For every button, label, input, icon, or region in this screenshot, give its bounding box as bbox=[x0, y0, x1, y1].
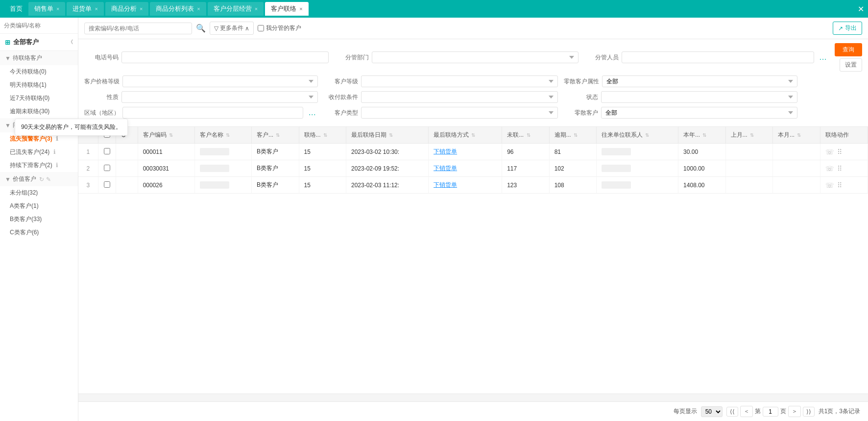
gender-select[interactable] bbox=[121, 91, 318, 103]
cell-last-method[interactable]: 下销货单 bbox=[429, 144, 502, 160]
region-more-btn[interactable]: … bbox=[306, 108, 318, 117]
refresh-icon[interactable]: ↻ bbox=[39, 176, 44, 183]
col-header-unit-contact[interactable]: 往来单位联系人 ⇅ bbox=[597, 127, 678, 144]
tab-customer-contact-close[interactable]: × bbox=[299, 6, 302, 12]
info-icon: ℹ bbox=[56, 135, 58, 142]
contact-method-link[interactable]: 下销货单 bbox=[434, 165, 457, 172]
tab-purchase[interactable]: 进货单 × bbox=[67, 2, 103, 16]
phone-input[interactable] bbox=[121, 51, 329, 63]
person-label: 分管人员 bbox=[584, 53, 619, 62]
sidebar-search-input[interactable] bbox=[4, 22, 77, 29]
zero-retail-attr-select[interactable]: 全部 bbox=[602, 75, 797, 87]
next-page-button[interactable]: ＞ bbox=[788, 406, 801, 417]
content-area: 🔍 ▽ 更多条件 ∧ 我分管的客户 ↗ 导出 电话号码 bbox=[78, 18, 868, 421]
tab-customer-segment-close[interactable]: × bbox=[255, 6, 258, 12]
tab-purchase-close[interactable]: × bbox=[95, 6, 97, 12]
cell-checkbox[interactable] bbox=[98, 177, 116, 194]
setting-button[interactable]: 设置 bbox=[840, 58, 862, 72]
contact-action-icon[interactable]: ☏ bbox=[825, 148, 834, 156]
sidebar-all-customers[interactable]: ⊞ 全部客户 《 bbox=[0, 34, 78, 51]
contact-action-icon[interactable]: ☏ bbox=[825, 165, 834, 173]
col-header-this-year[interactable]: 本年... ⇅ bbox=[678, 127, 725, 144]
price-level-select[interactable] bbox=[122, 75, 318, 87]
tab-sales-close[interactable]: × bbox=[56, 6, 59, 12]
sidebar-item-7days[interactable]: 近7天待联络(0) bbox=[0, 92, 78, 105]
col-header-last-date[interactable]: 最后联络日期 ⇅ bbox=[346, 127, 429, 144]
first-page-button[interactable]: ⟨⟨ bbox=[726, 407, 738, 417]
col-header-contact[interactable]: 联络... ⇅ bbox=[299, 127, 346, 144]
person-input[interactable] bbox=[622, 51, 814, 63]
sort-icon-this-year: ⇅ bbox=[702, 132, 706, 138]
contact-action-icon[interactable]: ☏ bbox=[825, 181, 834, 189]
filter-group-zero-retail-attr: 零散客户属性 全部 bbox=[564, 75, 797, 87]
tab-sales[interactable]: 销售单 × bbox=[28, 2, 65, 16]
tab-home[interactable]: 首页 bbox=[4, 4, 28, 13]
my-customers-checkbox[interactable] bbox=[258, 25, 264, 31]
sidebar-item-unclassified[interactable]: 未分组(32) bbox=[0, 186, 78, 199]
sidebar-item-today[interactable]: 今天待联络(0) bbox=[0, 65, 78, 78]
cell-checkbox[interactable] bbox=[98, 160, 116, 177]
horizontal-scrollbar[interactable] bbox=[78, 394, 868, 401]
tab-analysis-close[interactable]: × bbox=[140, 6, 143, 12]
cell-checkbox[interactable] bbox=[98, 144, 116, 160]
col-header-code[interactable]: 客户编码 ⇅ bbox=[138, 127, 194, 144]
status-select[interactable] bbox=[601, 91, 797, 103]
window-close-icon[interactable]: ✕ bbox=[858, 4, 864, 14]
col-header-type[interactable]: 客户... ⇅ bbox=[252, 127, 299, 144]
tab-customer-segment[interactable]: 客户分层经营 × bbox=[208, 2, 264, 16]
filter-search-input[interactable] bbox=[84, 23, 192, 34]
page-input[interactable] bbox=[763, 407, 778, 417]
sidebar-item-tomorrow[interactable]: 明天待联络(1) bbox=[0, 78, 78, 92]
cell-last-method[interactable]: 下销货单 bbox=[429, 177, 502, 194]
table-row: 1 000011 ██████ B类客户 15 2023-03-02 10:30… bbox=[78, 144, 868, 160]
sidebar-item-a-class[interactable]: A类客户(1) bbox=[0, 199, 78, 213]
sidebar-group-pending-contact[interactable]: ▼ 待联络客户 bbox=[0, 51, 78, 65]
tab-customer-contact[interactable]: 客户联络 × bbox=[265, 2, 308, 16]
sort-icon-code: ⇅ bbox=[169, 132, 173, 138]
more-action-icon[interactable]: ⠿ bbox=[837, 148, 842, 156]
customer-type-select[interactable] bbox=[361, 107, 557, 119]
sidebar-item-lost[interactable]: 已流失客户(24) ℹ bbox=[0, 146, 78, 159]
col-header-overdue[interactable]: 逾期... ⇅ bbox=[549, 127, 596, 144]
cell-this-month bbox=[773, 144, 820, 160]
gender-label: 性质 bbox=[84, 93, 119, 101]
query-button[interactable]: 查询 bbox=[835, 43, 862, 56]
sidebar-group-value-customers[interactable]: ▼ 价值客户 ↻ ✎ bbox=[0, 172, 78, 186]
dept-select[interactable] bbox=[372, 51, 579, 63]
col-header-last-method[interactable]: 最后联络方式 ⇅ bbox=[429, 127, 502, 144]
col-header-name[interactable]: 客户名称 ⇅ bbox=[194, 127, 251, 144]
sidebar-item-c-class[interactable]: C类客户(6) bbox=[0, 226, 78, 239]
more-action-icon[interactable]: ⠿ bbox=[837, 165, 842, 173]
customer-level-select[interactable] bbox=[361, 75, 557, 87]
arrow-down-icon: ▼ bbox=[5, 55, 11, 62]
filter-more-conditions[interactable]: ▽ 更多条件 ∧ bbox=[210, 22, 254, 35]
cell-last-method[interactable]: 下销货单 bbox=[429, 160, 502, 177]
sidebar-item-b-class[interactable]: B类客户(33) bbox=[0, 213, 78, 226]
export-button[interactable]: ↗ 导出 bbox=[833, 22, 862, 35]
prev-page-button[interactable]: ＜ bbox=[740, 406, 753, 417]
sort-icon-last-date: ⇅ bbox=[389, 132, 393, 138]
contact-method-link[interactable]: 下销货单 bbox=[434, 181, 457, 188]
contact-method-link[interactable]: 下销货单 bbox=[434, 148, 457, 155]
main-layout: 🔍 ⊞ 全部客户 《 ▼ 待联络客户 今天待联络(0) 明天待联络(1) 近7天… bbox=[0, 18, 868, 421]
payment-select[interactable] bbox=[361, 91, 557, 103]
last-page-button[interactable]: ⟩⟩ bbox=[803, 407, 815, 417]
more-action-icon[interactable]: ⠿ bbox=[837, 181, 842, 189]
edit-icon[interactable]: ✎ bbox=[46, 176, 51, 183]
tab-analysis[interactable]: 商品分析 × bbox=[105, 2, 148, 16]
tab-analysis-table[interactable]: 商品分析列表 × bbox=[150, 2, 206, 16]
zero-retail-select[interactable]: 全部 bbox=[601, 107, 797, 119]
filter-search-button[interactable]: 🔍 bbox=[196, 24, 206, 33]
region-input[interactable] bbox=[122, 107, 303, 119]
col-header-last-month[interactable]: 上月... ⇅ bbox=[725, 127, 772, 144]
col-header-not-contacted[interactable]: 未联... ⇅ bbox=[502, 127, 549, 144]
sidebar-item-declining[interactable]: 持续下滑客户(2) ℹ bbox=[0, 159, 78, 172]
sidebar-item-overdue[interactable]: 逾期未联络(30) bbox=[0, 105, 78, 118]
tab-analysis-table-close[interactable]: × bbox=[197, 6, 200, 12]
cell-contact: 15 bbox=[299, 144, 346, 160]
my-customers-filter[interactable]: 我分管的客户 bbox=[258, 24, 301, 32]
cell-this-year: 1000.00 bbox=[678, 160, 725, 177]
per-page-select[interactable]: 50 bbox=[701, 406, 723, 417]
person-more-btn[interactable]: … bbox=[817, 53, 829, 62]
col-header-this-month[interactable]: 本月... ⇅ bbox=[773, 127, 820, 144]
